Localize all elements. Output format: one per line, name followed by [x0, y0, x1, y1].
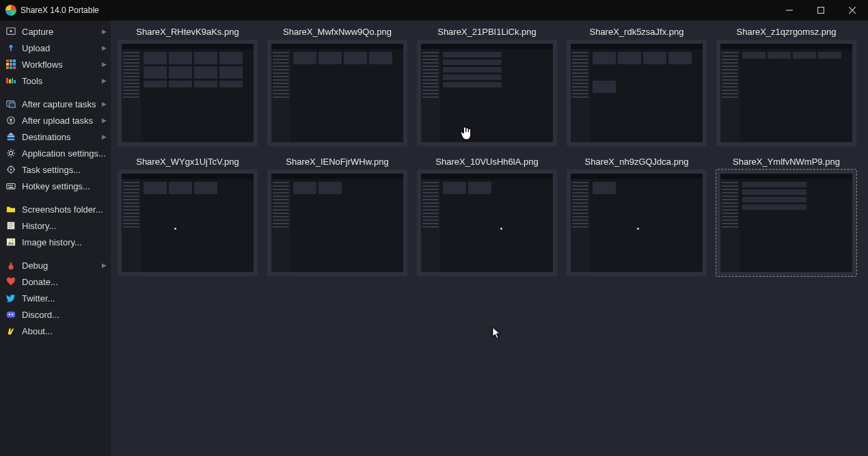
- thumbnail-label: ShareX_rdk5zsaJfx.png: [589, 25, 683, 40]
- after-upload-icon: [5, 115, 16, 126]
- sidebar-item-destinations[interactable]: Destinations▶: [0, 129, 111, 145]
- svg-rect-0: [818, 8, 824, 14]
- sidebar-item-twitter[interactable]: Twitter...: [0, 290, 111, 306]
- thumbnail-label: ShareX_nh9zGQJdca.png: [585, 155, 689, 170]
- thumbnail-label: ShareX_MwfxNww9Qo.png: [283, 25, 392, 40]
- chevron-right-icon: ▶: [102, 44, 107, 51]
- donate-icon: [5, 276, 16, 287]
- svg-rect-32: [7, 239, 15, 246]
- sidebar-item-task-settings[interactable]: Task settings...: [0, 161, 111, 178]
- thumbnail-image[interactable]: [417, 40, 557, 146]
- sidebar-item-workflows[interactable]: Workflows▶: [0, 56, 111, 72]
- svg-point-34: [12, 239, 14, 241]
- thumbnail-label: ShareX_RHtevK9aKs.png: [136, 25, 239, 40]
- svg-line-13: [8, 150, 9, 151]
- thumbnail-label: ShareX_21PBI1LiCk.png: [437, 25, 537, 40]
- mouse-pointer-icon: [492, 327, 502, 342]
- svg-rect-23: [7, 184, 15, 189]
- thumbnail-item[interactable]: ShareX_MwfxNww9Qo.png: [267, 25, 407, 146]
- svg-rect-26: [12, 185, 13, 186]
- sidebar-item-screenshots-folder[interactable]: Screenshots folder...: [0, 201, 111, 217]
- thumbnail-item[interactable]: ShareX_nh9zGQJdca.png: [567, 155, 707, 276]
- svg-rect-24: [8, 185, 10, 186]
- svg-line-14: [13, 155, 14, 156]
- sidebar-item-tools[interactable]: Tools▶: [0, 72, 111, 89]
- thumbnail-image[interactable]: [567, 170, 707, 276]
- svg-point-2: [10, 30, 12, 33]
- sidebar-item-upload[interactable]: Upload▶: [0, 40, 111, 56]
- svg-point-18: [10, 169, 12, 171]
- sidebar-item-label: Workflows: [22, 59, 99, 70]
- sidebar-item-capture[interactable]: Capture▶: [0, 23, 111, 40]
- sidebar-item-label: Application settings...: [22, 148, 107, 159]
- thumbnail-image[interactable]: [267, 170, 407, 276]
- titlebar[interactable]: ShareX 14.0 Portable: [0, 0, 868, 21]
- thumbnail-item[interactable]: ShareX_YmlfvNWmP9.png: [716, 155, 856, 276]
- svg-line-16: [13, 150, 14, 151]
- sidebar-item-label: History...: [22, 221, 107, 231]
- svg-point-38: [9, 314, 10, 315]
- thumbnail-image[interactable]: [118, 40, 258, 146]
- history-icon: [5, 220, 16, 231]
- sidebar-item-application-settings[interactable]: Application settings...: [0, 145, 111, 161]
- minimize-button[interactable]: [774, 0, 805, 21]
- window-title: ShareX 14.0 Portable: [21, 5, 99, 15]
- thumbnail-image[interactable]: [417, 170, 557, 276]
- menu-separator: [0, 250, 111, 257]
- thumbnail-label: ShareX_IENoFjrWHw.png: [286, 155, 388, 170]
- sidebar-item-label: Upload: [22, 43, 99, 53]
- thumbnail-item[interactable]: ShareX_21PBI1LiCk.png: [417, 25, 557, 146]
- sidebar-item-label: Twitter...: [22, 293, 107, 304]
- destinations-icon: [5, 131, 16, 142]
- thumbnail-image[interactable]: [716, 40, 856, 146]
- thumbnail-image[interactable]: [567, 40, 707, 146]
- thumbnail-item[interactable]: ShareX_rdk5zsaJfx.png: [567, 25, 707, 146]
- upload-icon: [5, 42, 16, 53]
- sidebar-item-discord[interactable]: Discord...: [0, 306, 111, 323]
- chevron-right-icon: ▶: [102, 77, 107, 84]
- thumbnail-label: ShareX_10VUsHh6lA.png: [435, 155, 538, 170]
- sidebar-item-after-capture-tasks[interactable]: After capture tasks▶: [0, 96, 111, 112]
- thumbnail-image[interactable]: [716, 170, 856, 276]
- svg-line-15: [8, 155, 9, 156]
- thumbnail-item[interactable]: ShareX_WYgx1UjTcV.png: [118, 155, 258, 276]
- sidebar-item-after-upload-tasks[interactable]: After upload tasks▶: [0, 112, 111, 129]
- sidebar-item-label: Tools: [22, 76, 99, 86]
- thumbnail-item[interactable]: ShareX_z1qzrgomsz.png: [716, 25, 856, 146]
- sidebar-item-image-history[interactable]: Image history...: [0, 234, 111, 250]
- thumbnail-item[interactable]: ShareX_RHtevK9aKs.png: [118, 25, 258, 146]
- folder-icon: [5, 204, 16, 215]
- sidebar-item-label: Image history...: [22, 237, 107, 247]
- close-button[interactable]: [837, 0, 868, 21]
- sidebar-item-donate[interactable]: Donate...: [0, 273, 111, 290]
- thumbnail-image[interactable]: [118, 170, 258, 276]
- tools-icon: [5, 75, 16, 86]
- maximize-button[interactable]: [805, 0, 837, 21]
- main-content: ShareX_RHtevK9aKs.pngShareX_MwfxNww9Qo.p…: [111, 21, 868, 456]
- thumbnail-item[interactable]: ShareX_10VUsHh6lA.png: [417, 155, 557, 276]
- task-settings-icon: [5, 164, 16, 175]
- menu-separator: [0, 89, 111, 96]
- chevron-right-icon: ▶: [102, 28, 107, 35]
- hotkey-icon: [5, 180, 16, 191]
- image-history-icon: [5, 237, 16, 247]
- workflows-icon: [5, 59, 16, 70]
- svg-rect-6: [8, 139, 15, 141]
- sidebar-item-label: Debug: [22, 260, 99, 271]
- chevron-right-icon: ▶: [102, 117, 107, 124]
- sidebar-item-label: After capture tasks: [22, 99, 99, 109]
- sidebar-item-debug[interactable]: Debug▶: [0, 257, 111, 273]
- thumbnail-item[interactable]: ShareX_IENoFjrWHw.png: [267, 155, 407, 276]
- svg-rect-7: [8, 135, 15, 137]
- settings-icon: [5, 148, 16, 159]
- after-capture-icon: [5, 98, 16, 109]
- capture-icon: [5, 26, 16, 37]
- thumbnail-label: ShareX_WYgx1UjTcV.png: [136, 155, 239, 170]
- sidebar-item-hotkey-settings[interactable]: Hotkey settings...: [0, 178, 111, 194]
- thumbnail-label: ShareX_z1qzrgomsz.png: [737, 25, 837, 40]
- sidebar-item-about[interactable]: About...: [0, 323, 111, 339]
- sidebar-item-history[interactable]: History...: [0, 217, 111, 234]
- svg-rect-25: [10, 185, 11, 186]
- thumbnail-image[interactable]: [267, 40, 407, 146]
- sidebar-item-label: Discord...: [22, 310, 107, 320]
